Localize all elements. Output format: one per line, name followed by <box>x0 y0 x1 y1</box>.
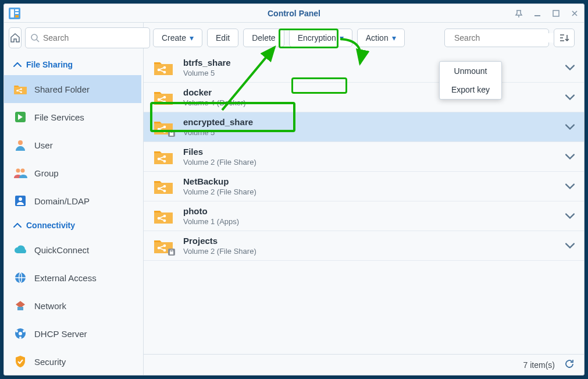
main-search-input[interactable] <box>454 33 556 42</box>
folder-row[interactable]: docker Volume 4 (Docker) <box>144 83 584 112</box>
chevron-down-icon[interactable] <box>565 181 575 192</box>
sidebar-item-domain-ldap[interactable]: Domain/LDAP <box>4 187 141 215</box>
sidebar-item-external-access[interactable]: External Access <box>4 264 141 292</box>
window: Control Panel Fi <box>3 3 585 376</box>
dropdown-item-export-key[interactable]: Export key <box>440 80 501 99</box>
domain-icon <box>13 194 27 208</box>
home-button[interactable] <box>9 27 22 48</box>
sidebar-item-label: Security <box>34 357 66 367</box>
refresh-icon <box>564 359 575 369</box>
chevron-down-icon[interactable] <box>565 240 575 251</box>
sidebar-search[interactable] <box>25 27 150 48</box>
sort-button[interactable] <box>554 29 575 47</box>
svg-rect-7 <box>15 9 19 11</box>
file-services-icon <box>13 110 27 124</box>
sidebar-item-label: Network <box>34 301 66 311</box>
folder-icon <box>153 118 174 136</box>
toolbar: Create▾ Edit Delete Encryption▾ Action▾ <box>144 23 584 53</box>
row-text: encrypted_share Volume 5 <box>183 117 565 137</box>
row-text: Files Volume 2 (File Share) <box>183 147 565 167</box>
svg-point-14 <box>18 140 23 145</box>
chevron-down-icon[interactable] <box>565 92 575 102</box>
folder-icon <box>153 59 174 76</box>
folder-row[interactable]: Projects Volume 2 (File Share) <box>144 231 584 261</box>
folder-name: encrypted_share <box>183 117 565 127</box>
sidebar-item-network[interactable]: Network <box>4 292 141 320</box>
svg-point-12 <box>31 34 37 40</box>
row-text: Projects Volume 2 (File Share) <box>183 236 565 256</box>
group-icon <box>13 166 27 180</box>
folder-subtitle: Volume 5 <box>183 128 565 137</box>
section-label: File Sharing <box>26 60 73 69</box>
folder-list[interactable]: btrfs_share Volume 5 docker Volume 4 (Do… <box>144 53 584 354</box>
sidebar-item-group[interactable]: Group <box>4 159 141 187</box>
sidebar-item-label: Domain/LDAP <box>34 196 90 206</box>
folder-name: photo <box>183 206 565 216</box>
folder-name: docker <box>183 87 565 97</box>
folder-icon <box>153 88 174 106</box>
folder-icon <box>153 237 174 254</box>
svg-rect-26 <box>170 133 173 136</box>
sidebar-search-input[interactable] <box>43 33 145 42</box>
folder-name: NetBackup <box>183 176 565 186</box>
row-text: NetBackup Volume 2 (File Share) <box>183 176 565 196</box>
search-icon <box>30 33 40 42</box>
maximize-icon[interactable] <box>547 4 565 23</box>
svg-point-18 <box>19 197 22 201</box>
section-header-file-sharing[interactable]: File Sharing <box>4 54 141 75</box>
close-icon[interactable] <box>565 4 584 23</box>
chevron-down-icon[interactable] <box>565 211 575 221</box>
section-header-connectivity[interactable]: Connectivity <box>4 215 141 236</box>
sidebar-item-user[interactable]: User <box>4 131 141 159</box>
titlebar-controls <box>509 4 584 23</box>
svg-point-24 <box>23 330 25 332</box>
sidebar-item-security[interactable]: Security <box>4 348 141 375</box>
folder-subtitle: Volume 5 <box>183 69 565 77</box>
row-text: docker Volume 4 (Docker) <box>183 87 565 107</box>
folder-subtitle: Volume 4 (Docker) <box>183 98 565 107</box>
chevron-up-icon <box>13 223 22 228</box>
folder-row[interactable]: photo Volume 1 (Apps) <box>144 201 584 231</box>
minimize-icon[interactable] <box>528 4 547 23</box>
svg-rect-8 <box>15 12 19 14</box>
refresh-button[interactable] <box>564 359 575 371</box>
section-label: Connectivity <box>26 221 75 230</box>
sidebar-item-shared-folder[interactable]: Shared Folder <box>4 75 141 103</box>
sidebar-item-dhcp-server[interactable]: DHCP Server <box>4 320 141 348</box>
folder-row[interactable]: NetBackup Volume 2 (File Share) <box>144 172 584 201</box>
create-button[interactable]: Create▾ <box>153 29 202 47</box>
cloud-icon <box>13 243 27 257</box>
svg-point-15 <box>16 169 20 173</box>
action-button[interactable]: Action▾ <box>357 29 405 47</box>
window-title: Control Panel <box>268 9 320 18</box>
sidebar-item-label: Shared Folder <box>34 84 90 94</box>
folder-name: Projects <box>183 236 565 246</box>
folder-name: btrfs_share <box>183 58 565 68</box>
main-search[interactable] <box>444 29 549 47</box>
shield-icon <box>13 355 27 369</box>
edit-button[interactable]: Edit <box>207 29 238 47</box>
row-text: photo Volume 1 (Apps) <box>183 206 565 226</box>
pin-icon[interactable] <box>509 4 528 23</box>
delete-button[interactable]: Delete <box>243 29 284 47</box>
sidebar-item-label: File Services <box>34 112 84 122</box>
folder-row[interactable]: Files Volume 2 (File Share) <box>144 142 584 172</box>
chevron-down-icon[interactable] <box>565 62 575 73</box>
sidebar-item-quickconnect[interactable]: QuickConnect <box>4 236 141 264</box>
globe-icon <box>13 271 27 285</box>
encryption-button[interactable]: Encryption▾ <box>289 29 352 47</box>
encryption-dropdown: Unmount Export key <box>439 61 502 100</box>
chevron-down-icon[interactable] <box>565 151 575 162</box>
folder-row[interactable]: btrfs_share Volume 5 <box>144 53 584 83</box>
dropdown-item-unmount[interactable]: Unmount <box>440 62 501 80</box>
svg-point-25 <box>19 337 22 339</box>
caret-down-icon: ▾ <box>190 33 194 42</box>
chevron-down-icon[interactable] <box>565 122 575 132</box>
sidebar-scroll[interactable]: File Sharing Shared Folder File Services… <box>4 48 143 375</box>
folder-icon <box>153 178 174 195</box>
folder-icon <box>153 148 174 165</box>
sidebar-item-label: QuickConnect <box>34 245 89 255</box>
folder-row[interactable]: encrypted_share Volume 5 <box>144 112 584 142</box>
home-icon <box>9 32 21 44</box>
sidebar-item-file-services[interactable]: File Services <box>4 103 141 131</box>
